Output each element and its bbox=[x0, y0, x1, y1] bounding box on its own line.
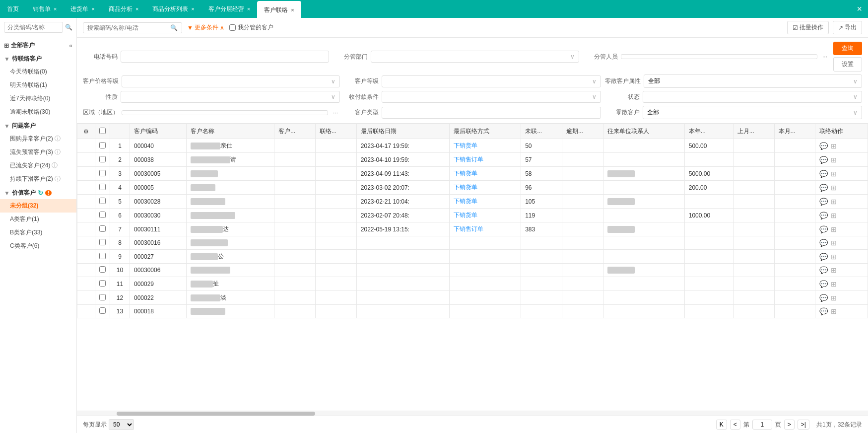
page-number-input[interactable] bbox=[752, 420, 772, 430]
contact-method-link[interactable]: 下销售订单 bbox=[454, 225, 483, 232]
col-contact[interactable]: 联络... bbox=[316, 124, 357, 139]
tab-analysis-list[interactable]: 商品分析列表 × bbox=[145, 0, 201, 18]
grid-action-icon[interactable]: ⊞ bbox=[831, 212, 837, 219]
col-overdue[interactable]: 逾期... bbox=[562, 124, 603, 139]
close-all-tabs-button[interactable]: × bbox=[851, 4, 868, 14]
tab-purchase[interactable]: 进货单 × bbox=[64, 0, 101, 18]
col-no-contact[interactable]: 未联... bbox=[521, 124, 562, 139]
col-type[interactable]: 客户... bbox=[274, 124, 316, 139]
sidebar-item-class-c[interactable]: C类客户(6) bbox=[0, 239, 76, 253]
tab-purchase-close[interactable]: × bbox=[91, 6, 94, 12]
chat-icon[interactable]: 💬 bbox=[819, 212, 828, 219]
grid-action-icon[interactable]: ⊞ bbox=[831, 253, 837, 261]
customer-level-select[interactable]: ∨ bbox=[382, 75, 601, 87]
retail-attr-select[interactable]: 全部 ∨ bbox=[644, 74, 862, 88]
tab-customer-segment[interactable]: 客户分层经营 × bbox=[201, 0, 257, 18]
tab-analysis-close[interactable]: × bbox=[135, 6, 138, 12]
grid-action-icon[interactable]: ⊞ bbox=[831, 280, 837, 288]
sidebar-pending-contact-header[interactable]: ▼ 待联络客户 bbox=[0, 52, 76, 65]
price-level-select[interactable]: ∨ bbox=[122, 75, 340, 87]
row-check[interactable] bbox=[95, 264, 110, 277]
col-setting[interactable]: ⚙ bbox=[77, 124, 95, 139]
row-last-method[interactable]: 下销售订单 bbox=[449, 222, 521, 236]
manager-dots[interactable]: ··· bbox=[820, 53, 829, 60]
chat-icon[interactable]: 💬 bbox=[819, 225, 828, 233]
row-check[interactable] bbox=[95, 209, 110, 222]
row-check[interactable] bbox=[95, 250, 110, 264]
col-this-year[interactable]: 本年... bbox=[684, 124, 733, 139]
filter-search-input[interactable] bbox=[87, 24, 170, 31]
sidebar-item-abnormal[interactable]: 囤购异常客户(2) ⓘ bbox=[0, 132, 76, 145]
chat-icon[interactable]: 💬 bbox=[819, 253, 828, 261]
sidebar-item-class-b[interactable]: B类客户(33) bbox=[0, 226, 76, 239]
query-button[interactable]: 查询 bbox=[833, 42, 862, 55]
tab-analysis[interactable]: 商品分析 × bbox=[102, 0, 145, 18]
customer-type-input[interactable] bbox=[382, 107, 601, 119]
manager-select[interactable] bbox=[621, 54, 817, 59]
chat-icon[interactable]: 💬 bbox=[819, 266, 828, 274]
next-page-button[interactable]: > bbox=[784, 420, 795, 430]
retail-customer-select[interactable]: 全部 ∨ bbox=[643, 106, 862, 119]
dept-select[interactable]: ∨ bbox=[371, 51, 579, 63]
filter-search-icon[interactable]: 🔍 bbox=[170, 24, 178, 31]
row-last-method[interactable]: 下销货单 bbox=[449, 209, 521, 222]
sidebar-item-today[interactable]: 今天待联络(0) bbox=[0, 65, 76, 78]
sidebar-item-lost[interactable]: 已流失客户(24) ⓘ bbox=[0, 159, 76, 172]
chat-icon[interactable]: 💬 bbox=[819, 239, 828, 247]
phone-input[interactable] bbox=[121, 51, 329, 63]
contact-method-link[interactable]: 下销货单 bbox=[454, 142, 477, 149]
status-select[interactable]: ∨ bbox=[643, 91, 862, 103]
row-last-method[interactable]: 下销货单 bbox=[449, 139, 521, 153]
sidebar-search-input[interactable] bbox=[4, 22, 63, 33]
sidebar-item-class-a[interactable]: A类客户(1) bbox=[0, 213, 76, 226]
tab-customer-segment-close[interactable]: × bbox=[247, 6, 250, 12]
row-last-method[interactable] bbox=[449, 250, 521, 264]
sidebar-item-declining[interactable]: 持续下滑客户(2) ⓘ bbox=[0, 172, 76, 186]
row-check[interactable] bbox=[95, 236, 110, 250]
first-page-button[interactable]: K bbox=[716, 420, 727, 430]
row-check[interactable] bbox=[95, 139, 110, 153]
region-select[interactable] bbox=[122, 110, 328, 115]
sidebar-item-tomorrow[interactable]: 明天待联络(1) bbox=[0, 78, 76, 92]
row-check[interactable] bbox=[95, 291, 110, 305]
reset-button[interactable]: 设置 bbox=[833, 57, 862, 72]
sidebar-item-overdue[interactable]: 逾期未联络(30) bbox=[0, 105, 76, 119]
prev-page-button[interactable]: < bbox=[730, 420, 740, 430]
sidebar-item-7days[interactable]: 近7天待联络(0) bbox=[0, 92, 76, 105]
chat-icon[interactable]: 💬 bbox=[819, 307, 828, 315]
sidebar-value-customers-header[interactable]: ▼ 价值客户 ↻ ! bbox=[0, 186, 76, 199]
batch-operation-button[interactable]: ☑ 批量操作 bbox=[787, 21, 829, 34]
grid-action-icon[interactable]: ⊞ bbox=[831, 170, 837, 178]
row-check[interactable] bbox=[95, 222, 110, 236]
grid-action-icon[interactable]: ⊞ bbox=[831, 156, 837, 164]
tab-sales[interactable]: 销售单 × bbox=[26, 0, 64, 18]
region-dots[interactable]: ··· bbox=[331, 109, 340, 116]
grid-action-icon[interactable]: ⊞ bbox=[831, 142, 837, 150]
nature-select[interactable]: ∨ bbox=[121, 91, 340, 103]
row-check[interactable] bbox=[95, 167, 110, 181]
row-check[interactable] bbox=[95, 195, 110, 209]
tab-home[interactable]: 首页 bbox=[0, 0, 26, 18]
contact-method-link[interactable]: 下销货单 bbox=[454, 170, 477, 177]
col-last-method[interactable]: 最后联络方式 bbox=[449, 124, 521, 139]
sidebar-item-ungroup[interactable]: 未分组(32) bbox=[0, 199, 76, 213]
row-last-method[interactable] bbox=[449, 277, 521, 291]
tab-analysis-list-close[interactable]: × bbox=[191, 6, 194, 12]
contact-method-link[interactable]: 下销售订单 bbox=[454, 156, 483, 163]
tab-sales-close[interactable]: × bbox=[54, 6, 57, 12]
grid-action-icon[interactable]: ⊞ bbox=[831, 198, 837, 206]
collapse-icon[interactable]: « bbox=[69, 42, 72, 49]
chat-icon[interactable]: 💬 bbox=[819, 184, 828, 192]
chat-icon[interactable]: 💬 bbox=[819, 280, 828, 288]
h-scroll-bar[interactable] bbox=[77, 411, 868, 416]
row-last-method[interactable]: 下销货单 bbox=[449, 181, 521, 195]
select-all-checkbox[interactable] bbox=[99, 128, 106, 134]
row-check[interactable] bbox=[95, 153, 110, 167]
contact-method-link[interactable]: 下销货单 bbox=[454, 212, 477, 218]
row-last-method[interactable]: 下销售订单 bbox=[449, 153, 521, 167]
col-name[interactable]: 客户名称 bbox=[187, 124, 274, 139]
sidebar-all-customers[interactable]: ⊞ 全部客户 « bbox=[0, 37, 76, 52]
my-customers-check[interactable] bbox=[229, 24, 236, 31]
grid-action-icon[interactable]: ⊞ bbox=[831, 266, 837, 274]
chat-icon[interactable]: 💬 bbox=[819, 156, 828, 164]
